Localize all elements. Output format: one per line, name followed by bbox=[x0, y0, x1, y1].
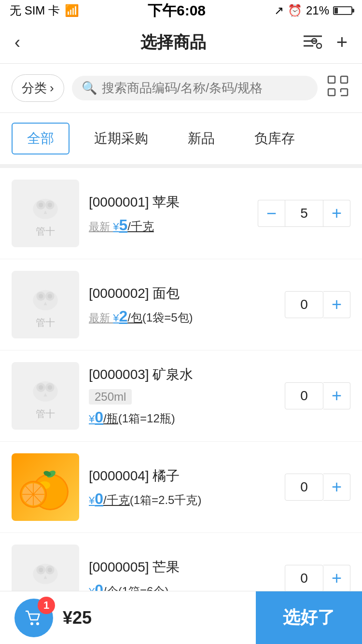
price-unit-2: /包 bbox=[127, 311, 142, 324]
cart-total: ¥25 bbox=[63, 608, 92, 628]
nav-actions: + bbox=[304, 31, 348, 53]
svg-point-61 bbox=[36, 622, 39, 625]
product-price-0000004: ¥0/千克(1箱=2.5千克) bbox=[89, 490, 275, 508]
location-icon: ↗ bbox=[274, 4, 284, 17]
alarm-icon: ⏰ bbox=[288, 4, 302, 17]
svg-point-18 bbox=[33, 290, 57, 310]
price-num-4: 0 bbox=[95, 490, 103, 507]
owl-text: 管十 bbox=[36, 225, 55, 238]
category-button[interactable]: 分类 › bbox=[12, 74, 64, 102]
svg-point-12 bbox=[33, 198, 57, 219]
tab-negative[interactable]: 负库存 bbox=[239, 123, 310, 154]
tab-all[interactable]: 全部 bbox=[12, 123, 70, 154]
status-time: 下午6:08 bbox=[148, 1, 206, 21]
scan-button[interactable] bbox=[325, 73, 350, 103]
price-yuan-4: ¥ bbox=[89, 494, 95, 506]
product-item-0000001: 管十 [0000001] 苹果 最新 ¥5/千克 − + bbox=[0, 168, 362, 259]
price-yuan-3: ¥ bbox=[89, 413, 95, 425]
product-price-0000003: ¥0/瓶(1箱=12瓶) bbox=[89, 408, 275, 426]
quantity-control-0000003: + bbox=[285, 382, 350, 409]
owl-text-3: 管十 bbox=[36, 407, 55, 420]
product-item-0000003: 管十 [0000003] 矿泉水 250ml ¥0/瓶(1箱=12瓶) + bbox=[0, 350, 362, 442]
svg-point-28 bbox=[48, 385, 52, 390]
svg-point-22 bbox=[48, 294, 52, 298]
page-title: 选择商品 bbox=[140, 31, 206, 54]
qty-input-0000001[interactable] bbox=[285, 200, 323, 227]
quantity-control-0000004: + bbox=[285, 474, 350, 501]
svg-rect-5 bbox=[328, 76, 335, 83]
product-name-0000004: [0000004] 橘子 bbox=[89, 467, 275, 485]
price-extra-4: (1箱=2.5千克) bbox=[130, 493, 202, 506]
price-unit-3: /瓶 bbox=[103, 412, 118, 425]
search-wrapper: 🔍 bbox=[72, 76, 318, 100]
qty-plus-0000004[interactable]: + bbox=[323, 474, 350, 501]
filter-tabs: 全部 近期采购 新品 负库存 bbox=[0, 113, 362, 168]
svg-point-46 bbox=[48, 568, 52, 572]
add-button[interactable]: + bbox=[336, 31, 348, 53]
product-price-0000002: 最新 ¥2/包(1袋=5包) bbox=[89, 308, 275, 325]
search-icon: 🔍 bbox=[82, 81, 97, 96]
back-button[interactable]: ‹ bbox=[14, 32, 43, 53]
product-list: 管十 [0000001] 苹果 最新 ¥5/千克 − + bbox=[0, 168, 362, 644]
price-extra-3: (1箱=12瓶) bbox=[118, 412, 175, 425]
qty-input-0000002[interactable] bbox=[285, 291, 323, 318]
product-info-0000002: [0000002] 面包 最新 ¥2/包(1袋=5包) bbox=[89, 284, 275, 325]
status-left: 无 SIM 卡 📶 bbox=[10, 3, 79, 18]
owl-logo-3: 管十 bbox=[28, 372, 62, 420]
carrier-label: 无 SIM 卡 bbox=[10, 3, 60, 18]
status-right: ↗ ⏰ 21% bbox=[274, 4, 352, 17]
status-bar: 无 SIM 卡 📶 下午6:08 ↗ ⏰ 21% bbox=[0, 0, 362, 21]
price-num-3: 0 bbox=[95, 408, 103, 426]
product-name-0000001: [0000001] 苹果 bbox=[89, 193, 248, 211]
qty-plus-0000005[interactable]: + bbox=[323, 565, 350, 592]
qty-input-0000003[interactable] bbox=[285, 382, 323, 409]
qty-plus-0000001[interactable]: + bbox=[323, 200, 350, 227]
product-image-0000003: 管十 bbox=[12, 362, 79, 430]
price-extra-2: (1袋=5包) bbox=[142, 311, 193, 324]
svg-rect-6 bbox=[341, 76, 348, 83]
price-yuan: ¥ bbox=[113, 221, 119, 233]
tab-recent[interactable]: 近期采购 bbox=[79, 123, 163, 154]
svg-point-3 bbox=[317, 43, 321, 48]
confirm-button[interactable]: 选好了 bbox=[256, 591, 362, 644]
qty-input-0000005[interactable] bbox=[285, 565, 323, 592]
qty-minus-0000001[interactable]: − bbox=[258, 200, 285, 227]
search-input[interactable] bbox=[102, 81, 308, 96]
product-info-0000001: [0000001] 苹果 最新 ¥5/千克 bbox=[89, 193, 248, 234]
svg-point-24 bbox=[33, 381, 57, 401]
category-label: 分类 bbox=[22, 80, 47, 97]
wifi-icon: 📶 bbox=[65, 4, 79, 17]
cart-section: 1 ¥25 bbox=[0, 599, 256, 637]
search-bar: 分类 › 🔍 bbox=[0, 64, 362, 113]
price-label-2: 最新 bbox=[89, 312, 113, 324]
cart-badge: 1 bbox=[38, 597, 55, 614]
product-image-0000001: 管十 bbox=[12, 180, 79, 247]
svg-point-21 bbox=[39, 294, 43, 298]
svg-point-45 bbox=[39, 568, 43, 572]
product-name-0000003: [0000003] 矿泉水 bbox=[89, 365, 275, 384]
qty-input-0000004[interactable] bbox=[285, 474, 323, 501]
quantity-control-0000005: + bbox=[285, 565, 350, 592]
svg-point-15 bbox=[39, 203, 43, 207]
battery-icon bbox=[333, 6, 352, 15]
owl-text-2: 管十 bbox=[36, 316, 55, 329]
price-unit: /千克 bbox=[127, 220, 154, 233]
product-image-0000002: 管十 bbox=[12, 271, 79, 338]
category-arrow: › bbox=[50, 81, 54, 96]
svg-point-27 bbox=[39, 385, 43, 390]
qty-plus-0000002[interactable]: + bbox=[323, 291, 350, 318]
svg-point-16 bbox=[48, 203, 52, 207]
product-name-0000002: [0000002] 面包 bbox=[89, 284, 275, 303]
filter-button[interactable] bbox=[304, 31, 322, 53]
product-spec-0000003: 250ml bbox=[89, 389, 132, 405]
tab-new[interactable]: 新品 bbox=[173, 123, 230, 154]
product-info-0000004: [0000004] 橘子 ¥0/千克(1箱=2.5千克) bbox=[89, 467, 275, 508]
price-label: 最新 bbox=[89, 221, 113, 233]
cart-button[interactable]: 1 bbox=[14, 599, 53, 637]
nav-bar: ‹ 选择商品 + bbox=[0, 21, 362, 64]
price-yuan-2: ¥ bbox=[113, 312, 119, 324]
quantity-control-0000002: + bbox=[285, 291, 350, 318]
product-price-0000001: 最新 ¥5/千克 bbox=[89, 216, 248, 234]
svg-rect-7 bbox=[328, 89, 335, 96]
qty-plus-0000003[interactable]: + bbox=[323, 382, 350, 409]
